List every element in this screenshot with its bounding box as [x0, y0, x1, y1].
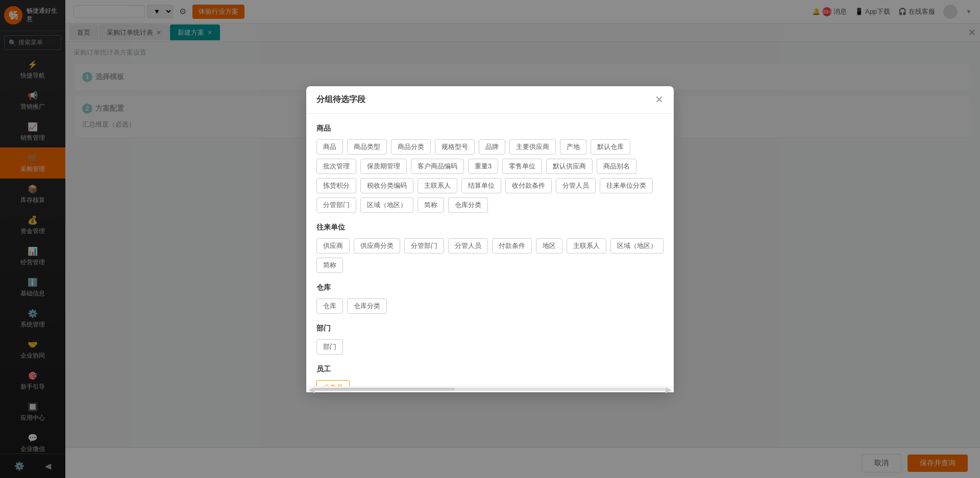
section-staff-fields: 业务员 — [316, 380, 664, 386]
field-weight[interactable]: 重量3 — [468, 159, 498, 174]
field-short-name2[interactable]: 简称 — [316, 258, 343, 273]
section-staff: 员工 业务员 — [316, 365, 664, 386]
section-staff-title: 员工 — [316, 365, 664, 374]
field-pick-points[interactable]: 拣货积分 — [316, 178, 356, 193]
field-warehouse[interactable]: 仓库 — [316, 298, 343, 314]
field-product-category[interactable]: 商品分类 — [391, 139, 431, 155]
field-short-name[interactable]: 简称 — [418, 197, 444, 213]
section-contact-fields: 供应商 供应商分类 分管部门 分管人员 付款条件 地区 主联系人 区域（地区） … — [316, 238, 664, 273]
scroll-right-btn[interactable]: ▶ — [666, 385, 672, 394]
field-region[interactable]: 区域（地区） — [360, 197, 413, 213]
section-department-title: 部门 — [316, 324, 664, 333]
section-product: 商品 商品 商品类型 商品分类 规格型号 品牌 主要供应商 产地 默认仓库 批次… — [316, 124, 664, 213]
field-supplier-category[interactable]: 供应商分类 — [354, 238, 400, 254]
field-supplier[interactable]: 供应商 — [316, 238, 350, 254]
scroll-thumb[interactable] — [314, 388, 455, 391]
field-default-warehouse[interactable]: 默认仓库 — [591, 139, 630, 155]
field-main-contact[interactable]: 主联系人 — [418, 178, 457, 193]
field-warehouse-category[interactable]: 仓库分类 — [448, 197, 488, 213]
field-region2[interactable]: 区域（地区） — [610, 238, 664, 254]
field-payment-terms[interactable]: 收付款条件 — [505, 178, 552, 193]
modal-title: 分组待选字段 — [316, 94, 365, 105]
field-product[interactable]: 商品 — [316, 139, 343, 155]
field-selection-modal: 分组待选字段 ✕ 商品 商品 商品类型 商品分类 规格型号 品牌 主要供应商 产… — [306, 86, 674, 392]
field-payment-condition[interactable]: 付款条件 — [492, 238, 532, 254]
field-salesperson[interactable]: 业务员 — [316, 380, 350, 386]
field-brand[interactable]: 品牌 — [479, 139, 505, 155]
section-contact: 往来单位 供应商 供应商分类 分管部门 分管人员 付款条件 地区 主联系人 区域… — [316, 223, 664, 273]
modal-body: 商品 商品 商品类型 商品分类 规格型号 品牌 主要供应商 产地 默认仓库 批次… — [306, 114, 674, 386]
field-product-alias[interactable]: 商品别名 — [597, 159, 636, 174]
section-department: 部门 部门 — [316, 324, 664, 355]
section-product-fields: 商品 商品类型 商品分类 规格型号 品牌 主要供应商 产地 默认仓库 批次管理 … — [316, 139, 664, 213]
field-manage-dept2[interactable]: 分管部门 — [404, 238, 444, 254]
section-warehouse: 仓库 仓库 仓库分类 — [316, 283, 664, 314]
field-department[interactable]: 部门 — [316, 339, 343, 355]
scroll-left-btn[interactable]: ◀ — [308, 385, 314, 394]
section-warehouse-title: 仓库 — [316, 283, 664, 292]
modal-close-button[interactable]: ✕ — [655, 94, 664, 105]
field-manage-dept[interactable]: 分管部门 — [316, 197, 356, 213]
modal-horizontal-scrollbar[interactable]: ◀ ▶ — [306, 386, 674, 392]
field-product-type[interactable]: 商品类型 — [347, 139, 387, 155]
field-main-contact2[interactable]: 主联系人 — [567, 238, 606, 254]
field-default-supplier[interactable]: 默认供应商 — [546, 159, 593, 174]
section-warehouse-fields: 仓库 仓库分类 — [316, 298, 664, 314]
field-settlement-unit[interactable]: 结算单位 — [461, 178, 501, 193]
scroll-track — [314, 388, 666, 391]
field-tax-code[interactable]: 税收分类编码 — [360, 178, 413, 193]
field-main-supplier[interactable]: 主要供应商 — [509, 139, 556, 155]
field-spec-model[interactable]: 规格型号 — [435, 139, 475, 155]
modal-header: 分组待选字段 ✕ — [306, 86, 674, 114]
field-origin[interactable]: 产地 — [560, 139, 586, 155]
section-department-fields: 部门 — [316, 339, 664, 355]
field-contact-category[interactable]: 往来单位分类 — [600, 178, 653, 193]
field-manage-person2[interactable]: 分管人员 — [448, 238, 488, 254]
field-shelf-life[interactable]: 保质期管理 — [360, 159, 407, 174]
section-product-title: 商品 — [316, 124, 664, 133]
field-supervisor[interactable]: 分管人员 — [556, 178, 596, 193]
field-warehouse-type[interactable]: 仓库分类 — [347, 298, 387, 314]
field-retail-unit[interactable]: 零售单位 — [502, 159, 542, 174]
field-batch-management[interactable]: 批次管理 — [316, 159, 356, 174]
field-area[interactable]: 地区 — [536, 238, 562, 254]
section-contact-title: 往来单位 — [316, 223, 664, 232]
field-customer-product-code[interactable]: 客户商品编码 — [411, 159, 464, 174]
